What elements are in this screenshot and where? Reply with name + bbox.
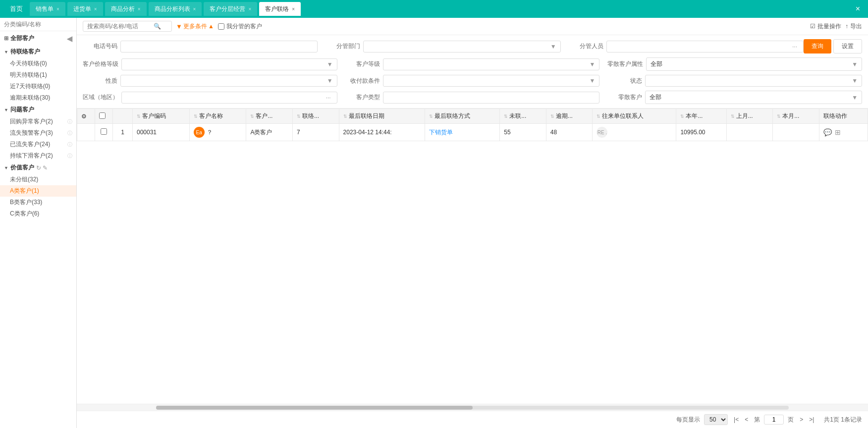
settings-column-header[interactable]: ⚙	[77, 109, 95, 124]
pending-section-title[interactable]: ▼ 待联络客户	[0, 46, 76, 58]
window-close-icon[interactable]: ×	[852, 4, 864, 13]
sidebar-item-churn-warning[interactable]: 流失预警客户(3) ⓘ	[0, 127, 76, 139]
region-select[interactable]: ···	[121, 92, 337, 104]
retail-attr-select[interactable]: 全部 ▼	[646, 57, 862, 71]
close-customer-contact-icon[interactable]: ×	[292, 6, 295, 12]
row-not-contacted-cell: 55	[500, 124, 546, 141]
not-contacted-column-header[interactable]: ⇅ 未联...	[500, 109, 546, 124]
problem-section-title[interactable]: ▼ 问题客户	[0, 104, 76, 116]
last-method-link[interactable]: 下销货单	[429, 129, 453, 136]
sidebar-item-unclassified[interactable]: 未分组(32)	[0, 174, 76, 185]
contact-num-column-header[interactable]: ⇅ 联络...	[293, 109, 339, 124]
churned-help-icon[interactable]: ⓘ	[67, 141, 72, 148]
row-overdue-cell: 48	[546, 124, 593, 141]
row-checkbox-cell[interactable]	[95, 124, 113, 141]
sidebar-item-class-c[interactable]: C类客户(6)	[0, 208, 76, 219]
prev-page-button[interactable]: <	[743, 415, 750, 424]
horizontal-scrollbar[interactable]	[77, 404, 868, 411]
department-select[interactable]: ▼	[363, 41, 560, 53]
scrollbar-thumb[interactable]	[156, 406, 473, 410]
page-size-select[interactable]: 50	[704, 414, 728, 425]
chat-action-icon[interactable]: 💬	[823, 128, 832, 136]
batch-operation-button[interactable]: ☑ 批量操作	[810, 22, 841, 31]
manager-select[interactable]: ···	[606, 41, 804, 53]
qr-action-icon[interactable]: ⊞	[835, 128, 841, 136]
customer-type-column-header[interactable]: ⇅ 客户...	[246, 109, 293, 124]
customer-type-label: 客户类型	[345, 93, 380, 102]
tab-customer-contact[interactable]: 客户联络 ×	[259, 2, 301, 16]
close-customer-segmentation-icon[interactable]: ×	[248, 6, 251, 12]
sidebar-item-tomorrow-pending[interactable]: 明天待联络(1)	[0, 69, 76, 81]
row-checkbox[interactable]	[101, 128, 107, 135]
close-product-analysis-list-icon[interactable]: ×	[193, 6, 196, 12]
price-level-select[interactable]: ▼	[121, 58, 337, 70]
unit-contact-column-header[interactable]: ⇅ 往来单位联系人	[593, 109, 676, 124]
sidebar-item-today-pending-label: 今天待联络(0)	[10, 59, 47, 68]
sidebar-item-overdue-contact[interactable]: 逾期未联络(30)	[0, 92, 76, 104]
nature-select[interactable]: ▼	[120, 75, 337, 87]
sidebar-item-today-pending[interactable]: 今天待联络(0)	[0, 58, 76, 69]
grid-icon: ⊞	[4, 35, 8, 42]
sidebar-item-continuous-decline[interactable]: 持续下滑客户(2) ⓘ	[0, 150, 76, 161]
manager-label: 分管人员	[569, 42, 603, 51]
search-input[interactable]	[87, 23, 152, 30]
query-button[interactable]: 查询	[804, 39, 831, 54]
sidebar-collapse-icon[interactable]: ◀	[67, 35, 72, 43]
sidebar-item-class-b[interactable]: B类客户(33)	[0, 197, 76, 208]
retail-customer-select[interactable]: 全部 ▼	[645, 91, 862, 104]
name-column-header[interactable]: ⇅ 客户名称	[189, 109, 246, 124]
all-customers-label: 全部客户	[10, 34, 34, 43]
my-customer-check[interactable]	[218, 23, 224, 30]
region-dots-icon[interactable]: ···	[324, 94, 333, 101]
tab-customer-contact-label: 客户联络	[265, 5, 289, 13]
last-contact-date-column-header[interactable]: ⇅ 最后联络日期	[339, 109, 425, 124]
code-column-header[interactable]: ⇅ 客户编码	[133, 109, 190, 124]
churn-warning-help-icon[interactable]: ⓘ	[67, 130, 72, 137]
repurchase-help-icon[interactable]: ⓘ	[67, 118, 72, 125]
sidebar-search-input[interactable]	[4, 21, 77, 28]
last-month-column-header[interactable]: ⇅ 上月...	[726, 109, 773, 124]
phone-input[interactable]	[120, 41, 318, 53]
home-tab[interactable]: 首页	[4, 0, 29, 18]
sidebar-item-7days-pending[interactable]: 近7天待联络(0)	[0, 81, 76, 92]
sort-icon-overdue: ⇅	[550, 114, 554, 119]
close-product-analysis-icon[interactable]: ×	[138, 6, 141, 12]
close-sales-order-icon[interactable]: ×	[56, 6, 59, 12]
tab-purchase-order[interactable]: 进货单 ×	[67, 2, 103, 16]
sidebar-item-class-b-label: B类客户(33)	[10, 198, 42, 207]
tab-customer-segmentation[interactable]: 客户分层经营 ×	[204, 2, 257, 16]
export-button[interactable]: ↑ 导出	[845, 22, 862, 31]
sidebar-item-class-a[interactable]: A类客户(1)	[0, 185, 76, 197]
last-page-button[interactable]: >|	[807, 415, 816, 424]
next-page-button[interactable]: >	[798, 415, 805, 424]
checkbox-batch-icon: ☑	[810, 23, 815, 30]
this-month-column-header[interactable]: ⇅ 本月...	[773, 109, 819, 124]
customer-level-select[interactable]: ▼	[383, 58, 600, 70]
checkbox-column-header[interactable]	[95, 109, 113, 124]
more-filter-button[interactable]: ▼ 更多条件 ▲	[176, 22, 214, 31]
manager-dots-icon[interactable]: ···	[790, 43, 799, 50]
setting-button[interactable]: 设置	[833, 39, 862, 54]
value-edit-icon[interactable]: ✎	[43, 164, 48, 171]
page-number-input[interactable]	[764, 415, 784, 425]
last-contact-method-column-header[interactable]: ⇅ 最后联络方式	[425, 109, 500, 124]
status-select[interactable]: ▼	[645, 75, 862, 87]
select-all-checkbox[interactable]	[99, 112, 106, 119]
tab-product-analysis-list[interactable]: 商品分析列表 ×	[149, 2, 202, 16]
first-page-button[interactable]: |<	[732, 415, 741, 424]
continuous-decline-help-icon[interactable]: ⓘ	[67, 153, 72, 160]
customer-name: ？	[207, 128, 213, 137]
customer-type-input[interactable]	[383, 92, 600, 104]
sidebar-item-repurchase-abnormal[interactable]: 回购异常客户(2) ⓘ	[0, 116, 76, 127]
sort-icon-last-month: ⇅	[731, 114, 735, 119]
search-icon[interactable]: 🔍	[154, 23, 161, 30]
this-year-column-header[interactable]: ⇅ 本年...	[676, 109, 726, 124]
overdue-column-header[interactable]: ⇅ 逾期...	[546, 109, 593, 124]
sidebar-item-churned[interactable]: 已流失客户(24) ⓘ	[0, 139, 76, 150]
value-refresh-icon[interactable]: ↻	[36, 164, 41, 171]
tab-product-analysis[interactable]: 商品分析 ×	[105, 2, 147, 16]
tab-sales-order[interactable]: 销售单 ×	[30, 2, 65, 16]
close-purchase-order-icon[interactable]: ×	[94, 6, 97, 12]
payment-select[interactable]: ▼	[383, 75, 600, 87]
my-customer-checkbox[interactable]: 我分管的客户	[218, 22, 262, 31]
